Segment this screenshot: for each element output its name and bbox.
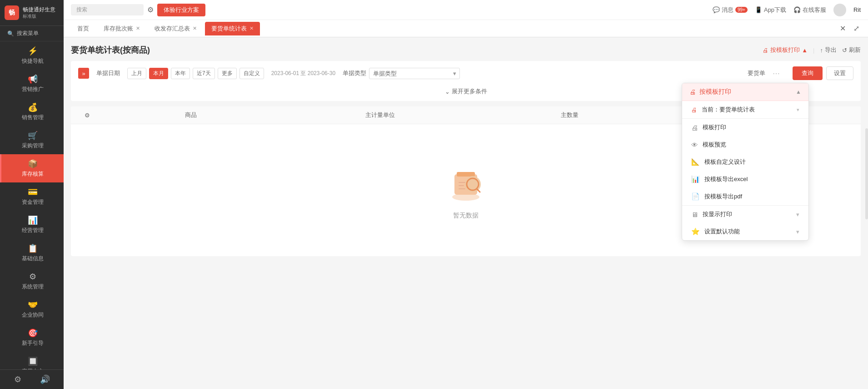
template-preview-icon: 👁	[691, 141, 698, 149]
date-last-7-days[interactable]: 近7天	[193, 68, 215, 79]
settings-button[interactable]: 设置	[826, 66, 853, 80]
refresh-button[interactable]: ↺ 刷新	[842, 46, 861, 54]
system-icon: ⚙	[29, 272, 36, 282]
date-more[interactable]: 更多	[218, 68, 237, 79]
window-close-button[interactable]: ✕	[838, 24, 847, 33]
filter-toggle-button[interactable]: »	[78, 68, 89, 79]
page-title: 要货单统计表(按商品)	[71, 45, 150, 56]
sidebar-item-label: 营销推广	[22, 86, 44, 93]
filter-dates: 上月 本月 本年 近7天 更多 自定义	[127, 68, 264, 79]
messages-label: 消息	[722, 6, 733, 14]
export-button[interactable]: ↑ 导出	[820, 46, 837, 54]
sidebar-item-inventory[interactable]: 📦 库存核算	[0, 154, 64, 182]
sidebar-item-collab[interactable]: 🤝 企业协同	[0, 295, 64, 323]
template-pdf-label: 按模板导出pdf	[704, 192, 742, 201]
tab-home[interactable]: 首页	[71, 22, 95, 35]
online-service-button[interactable]: 🎧 在线客服	[793, 6, 826, 14]
dropdown-item-template-print[interactable]: 🖨 模板打印	[682, 119, 808, 136]
date-prev-month[interactable]: 上月	[127, 68, 146, 79]
date-current-month[interactable]: 本月	[149, 68, 168, 79]
sidebar-item-sales[interactable]: 💰 销售管理	[0, 98, 64, 126]
dropdown-item-template-excel[interactable]: 📊 按模板导出excel	[682, 171, 808, 188]
user-avatar[interactable]	[833, 4, 846, 16]
expand-right-icon: ▾	[796, 211, 799, 218]
current-label: 当前：要货单统计表	[702, 106, 755, 114]
date-custom[interactable]: 自定义	[239, 68, 264, 79]
window-expand-button[interactable]: ⤢	[852, 24, 861, 33]
refresh-label: 刷新	[849, 46, 861, 54]
topbar-left: 搜索 ⚙ 体验行业方案	[71, 4, 205, 16]
dropdown-item-template-pdf[interactable]: 📄 按模板导出pdf	[682, 188, 808, 205]
messages-button[interactable]: 💬 消息 99+	[713, 6, 748, 14]
tab-inventory-batch[interactable]: 库存批次账 ✕	[97, 22, 146, 35]
user-name: Rit	[853, 6, 861, 13]
tab-label: 库存批次账	[104, 25, 133, 33]
dropdown-header[interactable]: 🖨 按模板打印 ▲	[682, 83, 808, 101]
sidebar-item-quick-nav[interactable]: ⚡ 快捷导航	[0, 41, 64, 70]
sidebar-item-system[interactable]: ⚙ 系统管理	[0, 267, 64, 295]
tab-close-icon[interactable]: ✕	[193, 25, 197, 31]
th-settings[interactable]: ⚙	[78, 112, 96, 119]
sidebar: 畅 畅捷通好生意 标准版 🔍 搜索菜单 ⚡ 快捷导航 📢 营销推广 💰 销售管理…	[0, 0, 64, 389]
app-download-button[interactable]: 📱 App下载	[755, 6, 786, 14]
operation-icon: 📊	[28, 215, 38, 225]
tab-close-icon[interactable]: ✕	[249, 25, 254, 31]
dropdown-item-set-default[interactable]: ⭐ 设置默认功能 ▾	[682, 223, 808, 240]
basic-icon: 📋	[28, 243, 38, 253]
set-default-icon: ⭐	[691, 227, 700, 236]
audio-icon[interactable]: 🔊	[40, 374, 50, 384]
filter-type: 单据类型 单据类型 要货单	[343, 68, 740, 79]
svg-rect-2	[457, 172, 475, 177]
sidebar-item-purchase[interactable]: 🛒 采购管理	[0, 126, 64, 154]
marketing-icon: 📢	[28, 74, 38, 84]
dropdown-item-display-print[interactable]: 🖥 按显示打印 ▾	[682, 206, 808, 223]
dropdown-item-template-design[interactable]: 📐 模板自定义设计	[682, 153, 808, 171]
printer-icon: 🖨	[763, 47, 768, 54]
tab-receivable-summary[interactable]: 收发存汇总表 ✕	[148, 22, 203, 35]
query-button[interactable]: 查询	[793, 66, 823, 80]
type-select[interactable]: 单据类型 要货单	[369, 68, 460, 79]
sidebar-item-marketing[interactable]: 📢 营销推广	[0, 70, 64, 98]
expand-icon: ⌄	[445, 88, 450, 95]
print-label: 按模板打印	[770, 46, 800, 54]
phone-icon: 📱	[755, 6, 762, 13]
sidebar-item-basic[interactable]: 📋 基础信息	[0, 239, 64, 267]
print-dropdown: 🖨 按模板打印 ▲ 🖨 当前：要货单统计表 ▾ 🖨 模板打印 👁 模板预览 �	[682, 83, 809, 241]
quick-nav-icon: ⚡	[28, 46, 38, 56]
filter-row: » 单据日期 上月 本月 本年 近7天 更多 自定义 2023-06-01 至 …	[78, 66, 853, 80]
tab-label: 要货单统计表	[211, 25, 247, 33]
purchase-icon: 🛒	[28, 131, 38, 141]
expand-button[interactable]: ⌄ 展开更多条件	[445, 87, 487, 96]
app-name: 畅捷通好生意	[23, 6, 55, 14]
date-current-year[interactable]: 本年	[171, 68, 190, 79]
gear-icon[interactable]: ⚙	[147, 5, 154, 14]
trial-button[interactable]: 体验行业方案	[157, 4, 205, 16]
tab-home-label: 首页	[77, 25, 89, 33]
print-button[interactable]: 🖨 按模板打印 ▲	[763, 46, 808, 54]
empty-text: 暂无数据	[453, 212, 479, 220]
dropdown-item-template-preview[interactable]: 👁 模板预览	[682, 136, 808, 153]
display-print-label: 按显示打印	[703, 210, 732, 218]
template-excel-icon: 📊	[691, 175, 700, 183]
tab-order-stats[interactable]: 要货单统计表 ✕	[205, 22, 260, 35]
th-unit: 主计量单位	[286, 111, 475, 119]
topbar-right: 💬 消息 99+ 📱 App下载 🎧 在线客服 Rit	[713, 4, 861, 16]
refresh-icon: ↺	[842, 47, 847, 54]
sidebar-search[interactable]: 🔍 搜索菜单	[0, 26, 64, 41]
template-excel-label: 按模板导出excel	[704, 175, 748, 183]
scroll-indicator[interactable]	[865, 128, 868, 219]
settings-icon[interactable]: ⚙	[14, 374, 21, 384]
logo-icon: 畅	[5, 5, 19, 20]
expand-right-icon2: ▾	[796, 228, 799, 235]
tab-close-icon[interactable]: ✕	[136, 25, 140, 31]
sidebar-item-operation[interactable]: 📊 经营管理	[0, 211, 64, 239]
sidebar-item-finance[interactable]: 💳 资金管理	[0, 182, 64, 211]
sidebar-item-guide[interactable]: 🎯 新手引导	[0, 323, 64, 352]
type-label: 单据类型	[343, 69, 366, 77]
search-label: 搜索菜单	[17, 30, 39, 37]
sidebar-item-label: 新手引导	[22, 339, 44, 347]
sidebar-footer: ⚙ 🔊	[0, 369, 64, 389]
topbar-search-box[interactable]: 搜索	[71, 4, 144, 15]
sidebar-item-appstore[interactable]: 🔲 应用中心	[0, 352, 64, 369]
dropdown-current[interactable]: 🖨 当前：要货单统计表 ▾	[682, 101, 808, 118]
